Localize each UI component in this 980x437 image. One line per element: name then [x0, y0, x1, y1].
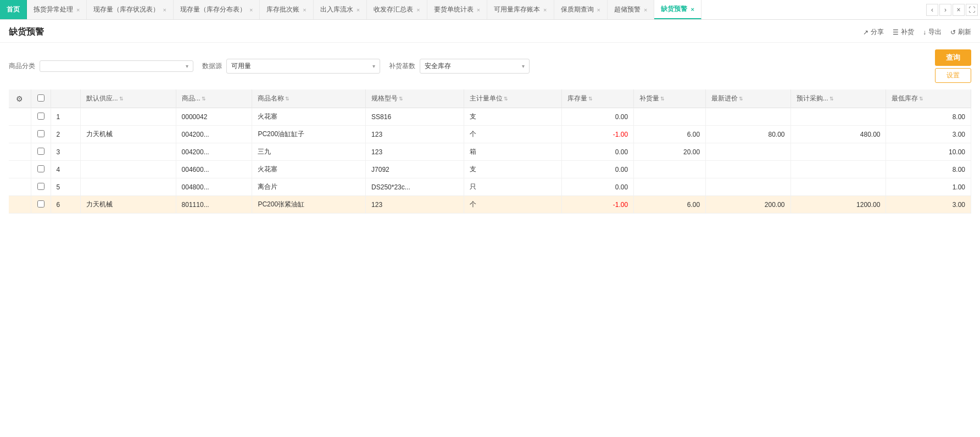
row-name-cell: 火花塞	[252, 161, 366, 178]
row-checkbox[interactable]	[37, 165, 44, 172]
col-latest-price[interactable]: 最新进价 ⇅	[706, 89, 790, 108]
tab-scroll-right[interactable]: ›	[939, 4, 951, 16]
col-stock-qty[interactable]: 库存量 ⇅	[562, 89, 634, 108]
row-checkbox-cell[interactable]	[31, 126, 51, 143]
col-replenish-qty[interactable]: 补货量 ⇅	[634, 89, 706, 108]
col-estimated-purchase[interactable]: 预计采购... ⇅	[790, 89, 886, 108]
tab-item-expiry[interactable]: 保质期查询×	[554, 0, 608, 19]
spec-col-label: 规格型号	[371, 94, 398, 103]
col-settings[interactable]: ⚙	[9, 89, 31, 108]
product-name-col-label: 商品名称	[258, 94, 284, 103]
datasource-select[interactable]: 可用量 ▾	[226, 59, 380, 74]
tab-fullscreen[interactable]: ⛶	[966, 4, 978, 16]
tab-close-all[interactable]: ×	[953, 4, 965, 16]
datasource-filter-group: 数据源 可用量 ▾	[202, 59, 380, 74]
replenish-base-select[interactable]: 安全库存 ▾	[420, 59, 530, 74]
row-unit-cell: 箱	[464, 143, 562, 161]
tab-bar: 首页拣货异常处理×现存量（库存状况表）×现存量（库存分布表）×库存批次账×出入库…	[0, 0, 980, 20]
tab-close-order-stat[interactable]: ×	[477, 7, 480, 13]
tab-close-shortage[interactable]: ×	[691, 6, 694, 13]
col-spec[interactable]: 规格型号 ⇅	[366, 89, 464, 108]
tab-close-overstock[interactable]: ×	[644, 7, 647, 13]
row-min-stock-cell: 8.00	[886, 161, 971, 178]
tab-item-shortage[interactable]: 缺货预警×	[654, 0, 701, 19]
share-action[interactable]: ↗ 分享	[863, 27, 884, 37]
row-unit-cell: 个	[464, 126, 562, 143]
unit-col-label: 主计量单位	[470, 94, 503, 103]
tab-item-home[interactable]: 首页	[0, 0, 27, 19]
tab-item-inout-flow[interactable]: 出入库流水×	[314, 0, 367, 19]
row-checkbox[interactable]	[37, 148, 44, 155]
col-product-code[interactable]: 商品... ⇅	[176, 89, 252, 108]
table-body: 1 0000042 火花塞 SS816 支 0.00 8.00 2 力天机械 0…	[9, 108, 971, 214]
row-stock-qty-cell: 0.00	[562, 161, 634, 178]
tab-close-batch-account[interactable]: ×	[303, 7, 306, 13]
tab-item-batch-account[interactable]: 库存批次账×	[260, 0, 313, 19]
row-replenish-qty-cell: 6.00	[634, 196, 706, 214]
table-row: 6 力天机械 801110... PC200张紧油缸 123 个 -1.00 6…	[9, 196, 971, 214]
tab-item-inventory-dist[interactable]: 现存量（库存分布表）×	[174, 0, 260, 19]
row-replenish-qty-cell	[634, 108, 706, 126]
row-estimated-purchase-cell	[790, 143, 886, 161]
row-checkbox[interactable]	[37, 183, 44, 190]
tab-close-expiry[interactable]: ×	[597, 7, 600, 13]
col-checkbox[interactable]	[31, 89, 51, 108]
row-checkbox-cell[interactable]	[31, 143, 51, 161]
row-name-cell: PC200张紧油缸	[252, 196, 366, 214]
row-code-cell: 004600...	[176, 161, 252, 178]
tab-scroll-left[interactable]: ‹	[926, 4, 938, 16]
row-checkbox-cell[interactable]	[31, 161, 51, 178]
row-unit-cell: 支	[464, 161, 562, 178]
replenish-base-value: 安全库存	[425, 61, 451, 71]
settings-button[interactable]: 设置	[935, 68, 971, 83]
row-stock-qty-cell: 0.00	[562, 108, 634, 126]
share-label: 分享	[871, 27, 884, 37]
replenish-action[interactable]: ☰ 补货	[893, 27, 914, 37]
row-checkbox-cell[interactable]	[31, 196, 51, 214]
refresh-action[interactable]: ↺ 刷新	[950, 27, 971, 37]
query-button[interactable]: 查询	[935, 49, 971, 66]
row-latest-price-cell	[706, 161, 790, 178]
col-min-stock[interactable]: 最低库存 ⇅	[886, 89, 971, 108]
row-spec-cell: DS250*23c...	[366, 178, 464, 196]
col-supplier[interactable]: 默认供应... ⇅	[80, 89, 176, 108]
select-all-checkbox[interactable]	[37, 94, 44, 102]
export-action[interactable]: ↓ 导出	[923, 27, 942, 37]
row-settings-cell	[9, 178, 31, 196]
row-checkbox[interactable]	[37, 130, 44, 137]
row-supplier-cell	[80, 108, 176, 126]
tab-close-inout-flow[interactable]: ×	[357, 7, 360, 13]
replenish-label: 补货	[901, 27, 914, 37]
row-code-cell: 004200...	[176, 143, 252, 161]
row-spec-cell: SS816	[366, 108, 464, 126]
tab-close-exception[interactable]: ×	[76, 7, 80, 13]
row-checkbox-cell[interactable]	[31, 108, 51, 126]
table-header-row: ⚙ 默认供应... ⇅ 商品...	[9, 89, 971, 108]
tab-item-receive-send[interactable]: 收发存汇总表×	[367, 0, 427, 19]
replenish-icon: ☰	[893, 29, 899, 36]
export-icon: ↓	[923, 29, 926, 36]
tab-close-receive-send[interactable]: ×	[416, 7, 420, 13]
tab-item-order-stat[interactable]: 要货单统计表×	[427, 0, 487, 19]
row-spec-cell: 123	[366, 196, 464, 214]
filter-bar: 商品分类 ▾ 数据源 可用量 ▾ 补货基数 安全库存 ▾ 查询 设置	[0, 43, 980, 89]
category-select[interactable]: ▾	[40, 60, 193, 72]
row-checkbox-cell[interactable]	[31, 178, 51, 196]
tab-close-inventory-status[interactable]: ×	[163, 7, 166, 13]
row-name-cell: 离合片	[252, 178, 366, 196]
tab-close-inventory-dist[interactable]: ×	[249, 7, 253, 13]
table-row: 1 0000042 火花塞 SS816 支 0.00 8.00	[9, 108, 971, 126]
row-checkbox[interactable]	[37, 200, 44, 208]
category-chevron-icon: ▾	[186, 63, 188, 69]
gear-icon[interactable]: ⚙	[16, 94, 23, 103]
tab-item-exception[interactable]: 拣货异常处理×	[27, 0, 87, 19]
tab-close-available-ledger[interactable]: ×	[543, 7, 547, 13]
row-checkbox[interactable]	[37, 113, 44, 120]
row-replenish-qty-cell: 20.00	[634, 143, 706, 161]
tab-item-available-ledger[interactable]: 可用量库存账本×	[487, 0, 554, 19]
tab-item-inventory-status[interactable]: 现存量（库存状况表）×	[87, 0, 173, 19]
col-unit[interactable]: 主计量单位 ⇅	[464, 89, 562, 108]
tab-item-overstock[interactable]: 超储预警×	[608, 0, 654, 19]
tab-nav-buttons: ‹ › × ⛶	[924, 4, 980, 16]
col-product-name[interactable]: 商品名称 ⇅	[252, 89, 366, 108]
